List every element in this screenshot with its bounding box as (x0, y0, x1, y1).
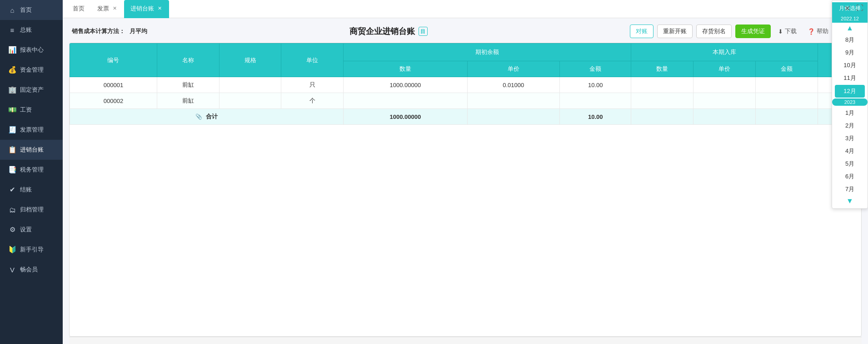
sidebar-item-invoice-mgmt[interactable]: 🧾 发票管理 (0, 120, 63, 140)
close-window-button[interactable]: ✕ (843, 4, 852, 13)
month-item-11[interactable]: 11月 (832, 72, 868, 84)
col-header-inbound-price: 单价 (693, 61, 756, 77)
sidebar-item-label: 新手引导 (20, 246, 44, 254)
reopen-button[interactable]: 重新开账 (657, 25, 693, 38)
home-icon: ⌂ (8, 6, 16, 14)
col-header-spec: 规格 (219, 44, 281, 77)
month-item-1[interactable]: 1月 (832, 107, 868, 119)
col-header-inbound-qty: 数量 (631, 61, 693, 77)
total-icon: 📎 (195, 113, 202, 120)
month-item-9[interactable]: 9月 (832, 46, 868, 59)
cell-opening-price (467, 93, 559, 109)
window-controls: ✕ ⛶ (843, 4, 864, 13)
reports-icon: 📊 (8, 46, 16, 54)
main-area: 首页 发票 ✕ 进销台账 ✕ 销售成本计算方法： 月平均 商贸企业进销台账 目 … (63, 0, 868, 344)
sidebar-item-reports[interactable]: 📊 报表中心 (0, 40, 63, 60)
download-button[interactable]: ⬇ 下载 (774, 25, 800, 38)
guide-icon: 🔰 (8, 246, 16, 254)
sidebar-item-assets[interactable]: 🏢 固定资产 (0, 80, 63, 100)
col-header-opening-price: 单价 (467, 61, 559, 77)
sidebar-item-tax[interactable]: 📑 税务管理 (0, 160, 63, 180)
sidebar-item-vip[interactable]: V 畅会员 (0, 260, 63, 280)
toolbar: 对账 重新开账 存货别名 生成凭证 ⬇ 下载 ❓ 帮助 ↻ 刷新 (630, 25, 862, 38)
sidebar-item-label: 税务管理 (20, 166, 44, 174)
maximize-window-button[interactable]: ⛶ (855, 4, 864, 13)
month-item-7[interactable]: 7月 (832, 183, 868, 196)
help-button[interactable]: ❓ 帮助 (804, 25, 832, 38)
cell-name: 前缸 (157, 93, 219, 109)
inventory-icon: 📋 (8, 146, 16, 154)
sidebar-item-label: 畅会员 (20, 265, 38, 274)
sidebar-item-label: 总账 (20, 26, 32, 34)
sidebar-item-payroll[interactable]: 💵 工资 (0, 100, 63, 120)
sidebar-item-label: 资金管理 (20, 66, 44, 74)
sidebar-item-settings[interactable]: ⚙ 设置 (0, 220, 63, 240)
month-item-3[interactable]: 3月 (832, 132, 868, 145)
tab-invoice-label: 发票 (97, 5, 109, 13)
cell-id: 000001 (70, 77, 157, 93)
tab-invoice[interactable]: 发票 ✕ (91, 0, 124, 18)
col-header-unit: 单位 (281, 44, 344, 77)
archive-icon: 🗂 (8, 206, 16, 214)
settlement-icon: ✔ (8, 186, 16, 194)
payroll-icon: 💵 (8, 106, 16, 114)
cell-opening-amount: 10.00 (559, 77, 631, 93)
month-item-5[interactable]: 5月 (832, 157, 868, 170)
sidebar-item-guide[interactable]: 🔰 新手引导 (0, 240, 63, 260)
sidebar-item-funds[interactable]: 💰 资金管理 (0, 60, 63, 80)
sidebar-item-home[interactable]: ⌂ 首页 (0, 0, 63, 20)
sidebar-item-settlement[interactable]: ✔ 结账 (0, 180, 63, 200)
total-inbound-price (693, 109, 756, 125)
reconcile-button[interactable]: 对账 (630, 25, 653, 38)
cell-id: 000002 (70, 93, 157, 109)
sidebar-item-label: 归档管理 (20, 206, 44, 214)
tab-inventory[interactable]: 进销台账 ✕ (124, 0, 169, 18)
tab-bar: 首页 发票 ✕ 进销台账 ✕ (63, 0, 868, 18)
month-scroll-down[interactable]: ▼ (832, 196, 868, 206)
col-header-opening-qty: 数量 (344, 61, 467, 77)
sidebar-item-ledger[interactable]: ≡ 总账 (0, 20, 63, 40)
month-scroll-up[interactable]: ▲ (832, 23, 868, 34)
month-item-2[interactable]: 2月 (832, 119, 868, 132)
cell-opening-qty (344, 93, 467, 109)
year-2023-badge[interactable]: 2023 (832, 98, 868, 106)
invoice-mgmt-icon: 🧾 (8, 126, 16, 134)
inventory-table-wrapper: 编号 名称 规格 单位 期初余额 本期入库 数 数量 单价 金额 数量 单价 (69, 43, 862, 337)
month-item-6[interactable]: 6月 (832, 170, 868, 183)
col-header-inbound: 本期入库 (631, 44, 818, 61)
month-item-8[interactable]: 8月 (832, 34, 868, 46)
title-info-icon[interactable]: 目 (419, 27, 428, 36)
col-header-opening-amount: 金额 (559, 61, 631, 77)
col-header-id: 编号 (70, 44, 157, 77)
table-row: 000001 前缸 只 1000.00000 0.01000 10.00 (70, 77, 861, 93)
help-icon: ❓ (808, 28, 815, 35)
month-item-10[interactable]: 10月 (832, 59, 868, 72)
content-area: 销售成本计算方法： 月平均 商贸企业进销台账 目 对账 重新开账 存货别名 生成… (63, 18, 868, 344)
page-title: 商贸企业进销台账 目 (147, 26, 630, 37)
sidebar-item-label: 发票管理 (20, 126, 44, 134)
tab-inventory-close[interactable]: ✕ (157, 5, 163, 11)
scrollbar-area[interactable] (69, 337, 862, 344)
sidebar-item-inventory[interactable]: 📋 进销台账 (0, 140, 63, 160)
cell-inbound-qty (631, 93, 693, 109)
cell-spec (219, 77, 281, 93)
generate-voucher-button[interactable]: 生成凭证 (735, 25, 771, 38)
cost-method-value: 月平均 (130, 28, 147, 34)
tab-home[interactable]: 首页 (66, 0, 91, 18)
month-item-4[interactable]: 4月 (832, 145, 868, 157)
tab-invoice-close[interactable]: ✕ (112, 5, 118, 11)
assets-icon: 🏢 (8, 86, 16, 94)
sidebar-item-archive[interactable]: 🗂 归档管理 (0, 200, 63, 220)
cell-inbound-qty (631, 77, 693, 93)
cell-opening-qty: 1000.00000 (344, 77, 467, 93)
col-header-opening: 期初余额 (344, 44, 631, 61)
cell-opening-amount (559, 93, 631, 109)
vip-icon: V (8, 266, 16, 274)
sidebar-item-label: 工资 (20, 106, 32, 114)
month-item-12[interactable]: 12月 (835, 85, 865, 98)
sidebar-item-label: 首页 (20, 6, 32, 14)
tab-home-label: 首页 (73, 5, 85, 13)
save-alias-button[interactable]: 存货别名 (696, 25, 732, 38)
cell-inbound-amount (755, 77, 818, 93)
month-selector-panel: 月份选择 2022.12 ▲ 8月 9月 10月 11月 12月 2023 1月… (832, 0, 868, 209)
